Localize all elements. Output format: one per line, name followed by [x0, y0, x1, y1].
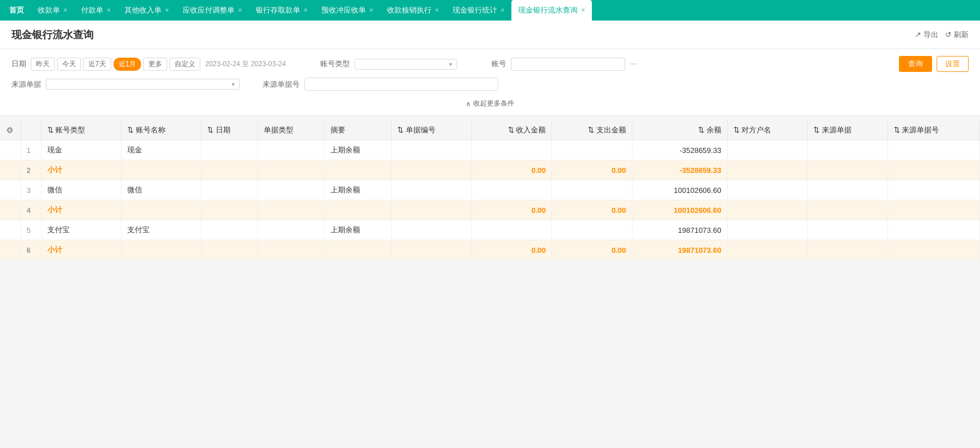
cell-source-doc-no [888, 200, 979, 220]
nav-tab-xianjinyinhangtongi[interactable]: 现金银行统计 × [446, 0, 511, 21]
nav-tab-yingshouyingfutiaozhendan[interactable]: 应收应付调整单 × [176, 0, 249, 21]
top-navigation: 首页 收款单 × 付款单 × 其他收入单 × 应收应付调整单 × 银行存取款单 … [0, 0, 980, 21]
table-body: 1 现金 现金 上期余额 -3528659.33 2 小计 0.00 0.00 … [0, 140, 980, 260]
cell-summary: 上期余额 [325, 220, 392, 240]
nav-tab-shoukuanhexiaozixing[interactable]: 收款核销执行 × [380, 0, 446, 21]
date-btn-7days[interactable]: 近7天 [83, 58, 111, 71]
cell-doc-type [258, 160, 325, 180]
nav-tab-yushoucuchongshoudan[interactable]: 预收冲应收单 × [314, 0, 380, 21]
account-input[interactable] [511, 58, 625, 71]
cell-settings [0, 200, 21, 220]
col-doc-type: 单据类型 [258, 120, 325, 140]
gear-icon[interactable]: ⚙ [6, 126, 14, 135]
close-icon[interactable]: × [165, 6, 169, 14]
col-settings: ⚙ [0, 120, 21, 140]
source-doc-no-input[interactable] [304, 78, 498, 91]
cell-account-type: 微信 [41, 180, 121, 200]
close-icon[interactable]: × [304, 6, 308, 14]
date-btn-today[interactable]: 今天 [57, 58, 81, 71]
cell-num: 2 [21, 160, 41, 180]
action-buttons: 查询 设置 [899, 56, 969, 72]
table-row: 2 小计 0.00 0.00 -3528659.33 [0, 160, 980, 180]
table-row: 4 小计 0.00 0.00 100102606.60 [0, 200, 980, 220]
nav-tab-xianjinyinhangliushui[interactable]: 现金银行流水查询 × [511, 0, 592, 21]
cell-balance: -3528659.33 [632, 140, 727, 160]
col-summary: 摘要 [325, 120, 392, 140]
cell-account-name: 现金 [121, 140, 201, 160]
cell-doc-no [392, 240, 471, 260]
source-doc-no-label: 来源单据号 [263, 79, 300, 90]
source-doc-select[interactable]: ▾ [46, 79, 240, 90]
cell-account-type: 现金 [41, 140, 121, 160]
cell-expense [552, 140, 632, 160]
col-account-type: ⇅ 账号类型 [41, 120, 121, 140]
date-btn-custom[interactable]: 自定义 [170, 58, 200, 71]
account-label: 账号 [491, 59, 506, 69]
cell-expense: 0.00 [552, 200, 632, 220]
nav-tab-yinhangcunqukuandan[interactable]: 银行存取款单 × [249, 0, 314, 21]
filter-row-2: 来源单据 ▾ 来源单据号 [11, 78, 969, 91]
col-source-doc: ⇅ 来源单据 [808, 120, 888, 140]
page-title: 现金银行流水查询 [11, 28, 94, 42]
col-account-type-label: ⇅ 账号类型 [47, 126, 86, 134]
close-icon[interactable]: × [107, 6, 111, 14]
refresh-button[interactable]: ↺ 刷新 [945, 30, 969, 40]
collapse-label: 收起更多条件 [473, 99, 514, 108]
cell-num: 1 [21, 140, 41, 160]
collapse-bar[interactable]: ∧ 收起更多条件 [11, 96, 969, 108]
cell-source-doc [808, 220, 888, 240]
close-icon[interactable]: × [63, 6, 67, 14]
close-icon[interactable]: × [501, 6, 505, 14]
nav-tab-qitashourudan[interactable]: 其他收入单 × [118, 0, 176, 21]
cell-num: 4 [21, 200, 41, 220]
nav-home[interactable]: 首页 [2, 0, 31, 21]
export-icon: ↗ [915, 30, 921, 39]
close-icon[interactable]: × [369, 6, 373, 14]
close-icon[interactable]: × [581, 6, 585, 14]
cell-account-type: 小计 [41, 240, 121, 260]
date-range-text: 2023-02-24 至 2023-03-24 [205, 59, 285, 69]
account-type-select[interactable]: ▾ [354, 59, 457, 70]
account-filter: 账号 ··· [491, 58, 637, 71]
export-button[interactable]: ↗ 导出 [915, 30, 938, 40]
col-doc-no: ⇅ 单据编号 [392, 120, 471, 140]
nav-tab-fukuandan[interactable]: 付款单 × [74, 0, 118, 21]
cell-counterparty [727, 220, 807, 240]
close-icon[interactable]: × [238, 6, 242, 14]
account-type-filter: 账号类型 ▾ [320, 59, 457, 70]
date-btn-more[interactable]: 更多 [143, 58, 167, 71]
more-options-icon[interactable]: ··· [630, 59, 637, 69]
nav-tab-shoukuandan[interactable]: 收款单 × [31, 0, 74, 21]
cell-account-name [121, 200, 201, 220]
cell-income: 0.00 [471, 200, 551, 220]
cell-counterparty [727, 180, 807, 200]
date-btn-yesterday[interactable]: 昨天 [31, 58, 55, 71]
cell-date [201, 180, 258, 200]
page-header: 现金银行流水查询 ↗ 导出 ↺ 刷新 [0, 21, 980, 49]
cell-account-name: 支付宝 [121, 220, 201, 240]
cell-summary [325, 240, 392, 260]
col-num [21, 120, 41, 140]
query-button[interactable]: 查询 [899, 56, 932, 72]
col-income: ⇅ 收入金额 [471, 120, 551, 140]
cell-balance: 19871073.60 [632, 240, 727, 260]
cell-date [201, 240, 258, 260]
cell-doc-no [392, 180, 471, 200]
cell-expense [552, 180, 632, 200]
cell-doc-type [258, 180, 325, 200]
date-btn-1month[interactable]: 近1月 [114, 58, 142, 71]
table-header: ⚙ ⇅ 账号类型 ⇅ 账号名称 ⇅ 日期 单据类型 摘要 ⇅ 单据编号 ⇅ 收入… [0, 120, 980, 140]
close-icon[interactable]: × [435, 6, 439, 14]
table-row: 6 小计 0.00 0.00 19871073.60 [0, 240, 980, 260]
cell-source-doc-no [888, 240, 979, 260]
cell-income [471, 180, 551, 200]
cell-account-name: 微信 [121, 180, 201, 200]
table-row: 5 支付宝 支付宝 上期余额 19871073.60 [0, 220, 980, 240]
cell-source-doc-no [888, 180, 979, 200]
settings-button[interactable]: 设置 [937, 56, 969, 72]
cell-doc-no [392, 220, 471, 240]
cell-settings [0, 140, 21, 160]
collapse-icon: ∧ [466, 100, 471, 108]
cell-date [201, 160, 258, 180]
cell-counterparty [727, 240, 807, 260]
